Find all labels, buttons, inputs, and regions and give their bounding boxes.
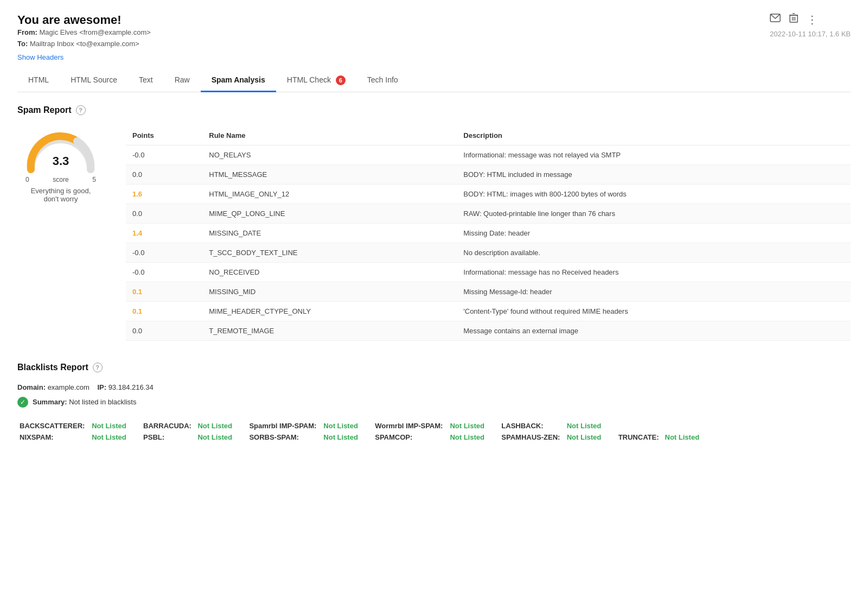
tab-spam-analysis[interactable]: Spam Analysis <box>201 70 276 92</box>
bl-value: Not Listed <box>92 422 141 430</box>
cell-points: 1.4 <box>126 223 202 243</box>
gauge-svg: 3.3 <box>23 126 99 175</box>
spam-report-help-icon[interactable]: ? <box>76 105 86 115</box>
cell-rule: NO_RECEIVED <box>202 262 457 282</box>
spam-report-title: Spam Report ? <box>17 105 851 115</box>
table-row: 1.4MISSING_DATEMissing Date: header <box>126 223 851 243</box>
blacklists-help-icon[interactable]: ? <box>93 363 103 372</box>
bl-label: SPAMHAUS-ZEN: <box>501 433 564 441</box>
cell-rule: T_SCC_BODY_TEXT_LINE <box>202 243 457 262</box>
gauge-score-label: score <box>53 176 68 183</box>
table-row: -0.0NO_RECEIVEDInformational: message ha… <box>126 262 851 282</box>
blacklist-table: BACKSCATTERER:Not ListedBARRACUDA:Not Li… <box>17 418 717 445</box>
ip-label: IP: <box>97 383 106 391</box>
gauge-message: Everything is good, don't worry <box>23 187 99 203</box>
cell-points: 0.0 <box>126 164 202 184</box>
from-line: From: Magic Elves <from@example.com> <box>17 27 770 39</box>
tab-bar: HTML HTML Source Text Raw Spam Analysis … <box>17 70 851 92</box>
bl-value: Not Listed <box>197 422 247 430</box>
bl-label: SORBS-SPAM: <box>249 433 321 441</box>
blacklists-title: Blacklists Report ? <box>17 363 851 372</box>
spam-table: Points Rule Name Description -0.0NO_RELA… <box>126 126 851 341</box>
spam-report-container: 3.3 0 score 5 Everything is good, don't … <box>17 126 851 341</box>
header-right: ⋮ 2022-10-11 10:17, 1.6 KB <box>770 13 851 61</box>
cell-desc: BODY: HTML included in message <box>457 164 851 184</box>
bl-value: Not Listed <box>567 433 616 441</box>
table-row: 0.0HTML_MESSAGEBODY: HTML included in me… <box>126 164 851 184</box>
tab-html[interactable]: HTML <box>17 70 60 92</box>
tab-raw[interactable]: Raw <box>164 70 201 92</box>
cell-points: 1.6 <box>126 184 202 204</box>
bl-label: NIXSPAM: <box>20 433 90 441</box>
table-row: 1.6HTML_IMAGE_ONLY_12BODY: HTML: images … <box>126 184 851 204</box>
bl-label: Wormrbl IMP-SPAM: <box>375 422 448 430</box>
blacklist-row: NIXSPAM:Not ListedPSBL:Not ListedSORBS-S… <box>20 433 714 441</box>
domain-value: example.com <box>48 383 90 391</box>
bl-label: BARRACUDA: <box>143 422 195 430</box>
cell-rule: T_REMOTE_IMAGE <box>202 321 457 340</box>
header-left: You are awesome! From: Magic Elves <from… <box>17 13 770 61</box>
domain-label: Domain: <box>17 383 46 391</box>
blacklist-grid: BACKSCATTERER:Not ListedBARRACUDA:Not Li… <box>17 418 851 445</box>
cell-rule: MIME_QP_LONG_LINE <box>202 204 457 223</box>
table-row: -0.0T_SCC_BODY_TEXT_LINENo description a… <box>126 243 851 262</box>
gauge-scale: 0 score 5 <box>25 176 96 183</box>
bl-label: SPAMCOP: <box>375 433 448 441</box>
table-row: -0.0NO_RELAYSInformational: message was … <box>126 145 851 164</box>
cell-rule: MIME_HEADER_CTYPE_ONLY <box>202 301 457 321</box>
bl-label: Spamrbl IMP-SPAM: <box>249 422 321 430</box>
blacklists-section: Blacklists Report ? Domain: example.com … <box>17 363 851 445</box>
more-icon[interactable]: ⋮ <box>807 14 818 25</box>
gauge-min: 0 <box>25 176 29 183</box>
from-value: Magic Elves <from@example.com> <box>39 28 150 36</box>
cell-rule: MISSING_MID <box>202 282 457 301</box>
bl-value: Not Listed <box>323 422 373 430</box>
header-actions: ⋮ <box>770 13 851 26</box>
col-points: Points <box>126 126 202 145</box>
cell-desc: BODY: HTML: images with 800-1200 bytes o… <box>457 184 851 204</box>
table-row: 0.0MIME_QP_LONG_LINERAW: Quoted-printabl… <box>126 204 851 223</box>
gauge-max: 5 <box>92 176 96 183</box>
tab-html-check[interactable]: HTML Check 6 <box>276 70 356 92</box>
date-size: 2022-10-11 10:17, 1.6 KB <box>770 30 851 38</box>
cell-rule: NO_RELAYS <box>202 145 457 164</box>
table-row: 0.0T_REMOTE_IMAGEMessage contains an ext… <box>126 321 851 340</box>
cell-points: 0.0 <box>126 204 202 223</box>
bl-value: Not Listed <box>450 433 499 441</box>
cell-desc: RAW: Quoted-printable line longer than 7… <box>457 204 851 223</box>
cell-rule: MISSING_DATE <box>202 223 457 243</box>
cell-points: -0.0 <box>126 145 202 164</box>
email-icon[interactable] <box>770 14 781 25</box>
cell-rule: HTML_MESSAGE <box>202 164 457 184</box>
tab-tech-info[interactable]: Tech Info <box>356 70 409 92</box>
bl-value: Not Listed <box>323 433 373 441</box>
summary-row: ✓ Summary: Not listed in blacklists <box>17 397 851 408</box>
bl-value: Not Listed <box>92 433 141 441</box>
page-header: You are awesome! From: Magic Elves <from… <box>17 13 851 61</box>
tab-text[interactable]: Text <box>128 70 164 92</box>
bl-value: Not Listed <box>665 433 714 441</box>
cell-desc: Missing Message-Id: header <box>457 282 851 301</box>
spam-report-label: Spam Report <box>17 105 72 115</box>
blacklist-domain-ip: Domain: example.com IP: 93.184.216.34 <box>17 383 851 391</box>
to-line: To: Mailtrap Inbox <to@example.com> <box>17 39 770 50</box>
meta-info: From: Magic Elves <from@example.com> To:… <box>17 27 770 50</box>
bl-value: Not Listed <box>197 433 247 441</box>
summary-check-icon: ✓ <box>17 397 28 408</box>
bl-label: TRUNCATE: <box>618 433 663 441</box>
cell-desc: Message contains an external image <box>457 321 851 340</box>
blacklist-row: BACKSCATTERER:Not ListedBARRACUDA:Not Li… <box>20 422 714 430</box>
bl-label: BACKSCATTERER: <box>20 422 90 430</box>
show-headers-link[interactable]: Show Headers <box>17 53 63 61</box>
bl-value: Not Listed <box>450 422 499 430</box>
cell-rule: HTML_IMAGE_ONLY_12 <box>202 184 457 204</box>
summary-label: Summary: Not listed in blacklists <box>33 398 136 406</box>
col-rule: Rule Name <box>202 126 457 145</box>
trash-icon[interactable] <box>789 13 798 26</box>
cell-desc: Missing Date: header <box>457 223 851 243</box>
blacklists-label: Blacklists Report <box>17 363 88 372</box>
tab-html-source[interactable]: HTML Source <box>60 70 128 92</box>
cell-desc: Informational: message has no Received h… <box>457 262 851 282</box>
from-label: From: <box>17 28 37 36</box>
bl-value: Not Listed <box>567 422 616 430</box>
